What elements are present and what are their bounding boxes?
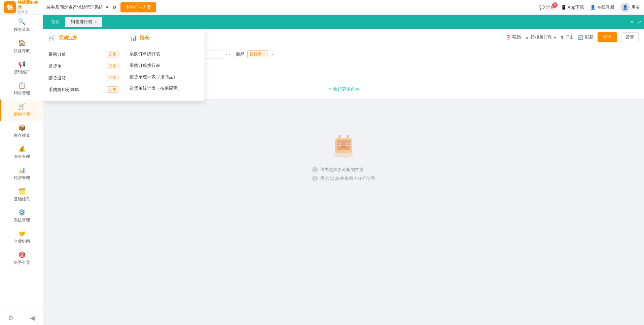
help-btn[interactable]: ❓ 帮助: [505, 34, 521, 40]
user-btn[interactable]: 👤 用友: [620, 3, 640, 12]
message-btn[interactable]: 💬 消息 9: [539, 4, 555, 10]
sidebar-label-enterprise: 企业协同: [14, 239, 30, 244]
phone-icon: 📱: [561, 5, 566, 10]
sidebar-item-inventory[interactable]: 📦 库存核算: [0, 121, 43, 142]
goods-tag-value: 设计素: [250, 51, 262, 57]
sidebar-item-sales[interactable]: 📋 销售管理: [0, 78, 43, 99]
refresh-icon: 🔄: [578, 35, 583, 40]
tab-sales-rank[interactable]: 销售排行榜 ×: [65, 17, 102, 27]
menu-divider: [124, 34, 124, 95]
print-template-btn[interactable]: 🖨 按模板打印 ▾: [525, 34, 556, 40]
message-badge: 9: [552, 2, 558, 8]
sidebar-label-finance: 资金管理: [14, 154, 30, 160]
logo-sub-text: 标准版: [18, 10, 41, 14]
sidebar-label-system: 系统管理: [14, 217, 30, 223]
tab-home-label: 首页: [51, 19, 60, 25]
incoming-label: 进货单: [48, 63, 107, 69]
sidebar-item-marketing[interactable]: 📢 营销推广: [0, 57, 43, 78]
goods-label: 商品: [236, 51, 245, 57]
sidebar-item-search[interactable]: 🔍 搜索菜单: [0, 15, 43, 36]
refresh-btn[interactable]: 🔄 刷新: [578, 34, 594, 40]
sales-icon: 📋: [18, 82, 26, 89]
incoming-stats-supplier-label: 进货单统计表（按供应商）: [130, 85, 200, 91]
tip2-num: 2: [312, 176, 318, 181]
print-arrow-icon: ▾: [554, 35, 556, 40]
finance-icon: 💰: [18, 145, 26, 153]
return-label: 进货退货: [48, 75, 107, 81]
goods-dots[interactable]: ···: [270, 51, 275, 57]
sidebar-settings-btn[interactable]: ⚙: [8, 314, 13, 322]
collapse-up-icon: ⌃: [328, 87, 332, 92]
sidebar-label-guide: 新手引导: [14, 260, 30, 266]
tab-home[interactable]: 首页: [46, 17, 65, 27]
help-icon: ❓: [505, 35, 511, 40]
svg-point-6: [347, 143, 349, 145]
sidebar-label-inventory: 库存核算: [14, 133, 30, 138]
industry-btn[interactable]: 体验行业方案: [120, 2, 156, 12]
export-icon: ⬆: [560, 35, 564, 40]
collapse-label: 收起更多条件: [333, 86, 359, 92]
menu-right-title-label: 报表: [140, 35, 149, 41]
menu-item-incoming-stats-supplier[interactable]: 进货单统计表（按供应商）: [130, 83, 200, 94]
system-title-area: 装备及固定资产辅助管理系统 ▾ ⚙: [46, 4, 116, 10]
sidebar-item-quick-nav[interactable]: 🏠 快捷导航: [0, 36, 43, 57]
voucher-status-dots[interactable]: ···: [226, 51, 230, 57]
online-service-btn[interactable]: 👤 在线客服: [590, 4, 614, 10]
enterprise-icon: 🤝: [18, 230, 26, 237]
query-btn[interactable]: 查询: [598, 32, 617, 42]
goods-tag-close[interactable]: ×: [263, 52, 265, 56]
app-download-label: App下载: [568, 4, 584, 10]
sidebar: 🔍 搜索菜单 🏠 快捷导航 📢 营销推广 📋 销售管理 🛒 采购管理 📦: [0, 15, 43, 325]
menu-item-purchase-order[interactable]: 采购订单 历史: [48, 48, 118, 60]
sidebar-item-guide[interactable]: 🎯 新手引导: [0, 248, 43, 269]
menu-item-incoming[interactable]: 进货单 历史: [48, 60, 118, 72]
sidebar-item-system[interactable]: ⚙️ 系统管理: [0, 205, 43, 227]
tab-bar-right: ✕ ⤢: [630, 19, 641, 25]
sidebar-item-basic-info[interactable]: 🗂️ 基础信息: [0, 184, 43, 205]
settings-btn[interactable]: 设置: [621, 32, 639, 42]
empty-text: 1 请先选择要分析的方案 2 用[过滤]条件来缩小分析范围: [312, 165, 375, 183]
sidebar-label-sales: 销售管理: [14, 90, 30, 96]
online-service-label: 在线客服: [597, 4, 614, 10]
sidebar-item-purchase[interactable]: 🛒 采购管理: [0, 99, 43, 121]
menu-item-order-exec[interactable]: 采购订单执行表: [130, 60, 200, 71]
sidebar-collapse-btn[interactable]: ◀: [30, 314, 35, 322]
goods-filter-item: 商品 设计素 × ···: [236, 50, 275, 58]
tab-sales-rank-close[interactable]: ×: [95, 20, 97, 24]
sidebar-item-operations[interactable]: 📊 经营管理: [0, 163, 43, 184]
svg-point-10: [338, 135, 341, 137]
purchase-dropdown-menu: 🛒 采购业务 采购订单 历史 进货单 历史 进货退货: [43, 29, 205, 101]
user-label: 用友: [631, 4, 640, 10]
empty-illustration: [327, 126, 360, 160]
sidebar-label-search: 搜索菜单: [14, 27, 30, 33]
menu-item-incoming-stats-goods[interactable]: 进货单统计表（按商品）: [130, 71, 200, 83]
menu-item-return[interactable]: 进货退货 历史: [48, 72, 118, 84]
message-icon: 💬: [539, 5, 545, 10]
purchase-order-label: 采购订单: [48, 51, 107, 57]
logo-text: 畅捷通好生意 标准版: [18, 0, 41, 14]
menu-right-title: 📊 报表: [130, 34, 200, 44]
sidebar-item-finance[interactable]: 💰 资金管理: [0, 142, 43, 163]
logo-area: 畅 畅捷通好生意 标准版: [4, 0, 41, 14]
settings-gear-icon[interactable]: ⚙: [112, 5, 116, 10]
purchase-icon: 🛒: [18, 103, 26, 110]
expense-history: 历史: [107, 86, 118, 93]
export-label: 导出: [565, 34, 574, 40]
operations-icon: 📊: [18, 166, 26, 174]
title-dropdown-arrow[interactable]: ▾: [106, 5, 108, 10]
menu-left-title-label: 采购业务: [59, 35, 77, 41]
menu-left-column: 🛒 采购业务 采购订单 历史 进货单 历史 进货退货: [48, 34, 118, 95]
sidebar-label-basic-info: 基础信息: [14, 196, 30, 202]
export-btn[interactable]: ⬆ 导出: [560, 34, 574, 40]
sidebar-item-enterprise[interactable]: 🤝 企业协同: [0, 227, 43, 248]
tab-window-close-btn[interactable]: ✕: [630, 19, 634, 25]
collapse-more-btn[interactable]: ⌃ 收起更多条件: [328, 86, 359, 92]
tab-window-expand-btn[interactable]: ⤢: [638, 19, 641, 25]
report-icon: 📊: [130, 34, 137, 42]
app-download-btn[interactable]: 📱 App下载: [561, 4, 584, 10]
top-bar-right: 💬 消息 9 📱 App下载 👤 在线客服 👤 用友: [539, 3, 640, 12]
inventory-icon: 📦: [18, 124, 26, 131]
menu-item-order-stats[interactable]: 采购订单统计表: [130, 48, 200, 60]
menu-item-expense[interactable]: 采购费用分摊单 历史: [48, 84, 118, 95]
help-label: 帮助: [512, 34, 521, 40]
